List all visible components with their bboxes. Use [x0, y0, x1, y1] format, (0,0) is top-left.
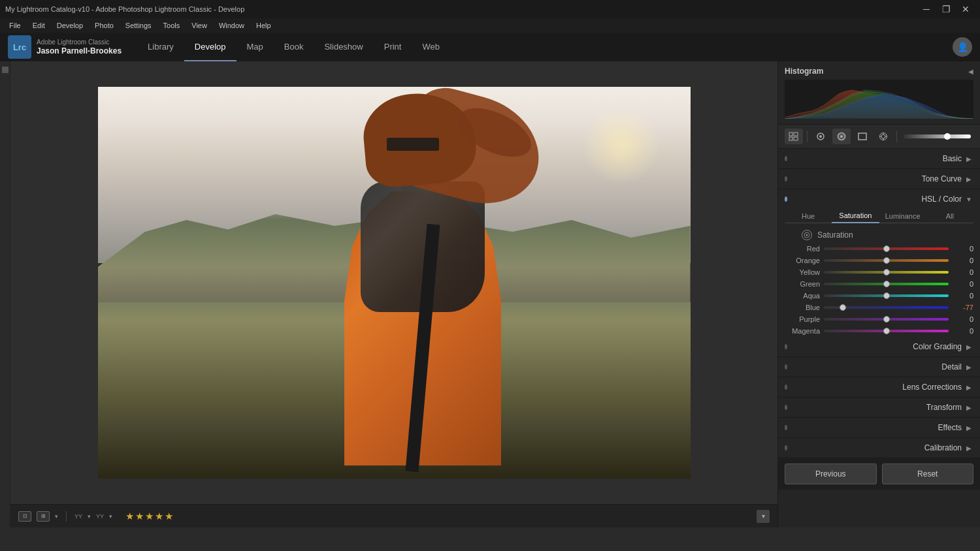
tool-rect-icon[interactable]	[853, 129, 872, 144]
basic-title: Basic	[796, 154, 962, 163]
slider-track-container-red[interactable]	[824, 245, 949, 253]
menu-item-help[interactable]: Help	[251, 20, 276, 31]
slider-track-green	[824, 283, 949, 285]
slider-thumb-aqua[interactable]	[883, 292, 890, 299]
hsl-tab-all[interactable]: All	[926, 210, 973, 223]
tool-grid-icon[interactable]	[785, 129, 803, 144]
slider-thumb-yellow[interactable]	[883, 269, 890, 276]
slider-thumb-magenta[interactable]	[883, 328, 890, 334]
slider-track-container-green[interactable]	[824, 280, 949, 288]
lens-corrections-header[interactable]: Lens Corrections ▶	[778, 377, 980, 397]
menu-item-settings[interactable]: Settings	[120, 20, 157, 31]
nav-link-develop[interactable]: Develop	[184, 33, 237, 61]
right-panel: Histogram ◀	[777, 61, 980, 527]
nav-link-book[interactable]: Book	[274, 33, 314, 61]
menu-item-develop[interactable]: Develop	[52, 20, 88, 31]
menu-item-photo[interactable]: Photo	[90, 20, 119, 31]
color-grading-title: Color Grading	[796, 342, 962, 351]
hsl-section: HSL / Color ▼ Hue Saturation Luminance A…	[778, 189, 980, 337]
lens-corrections-title: Lens Corrections	[796, 383, 962, 392]
lrc-text: Adobe Lightroom Classic Jason Parnell-Br…	[37, 39, 122, 55]
detail-section-header[interactable]: Detail ▶	[778, 357, 980, 377]
exposure-thumb[interactable]	[944, 133, 951, 140]
hsl-tab-saturation[interactable]: Saturation	[832, 209, 879, 223]
slider-thumb-red[interactable]	[883, 245, 890, 252]
detail-title: Detail	[796, 362, 962, 371]
nav-link-print[interactable]: Print	[374, 33, 412, 61]
svg-point-5	[819, 135, 822, 138]
menu-item-window[interactable]: Window	[214, 20, 250, 31]
calibration-section-header[interactable]: Calibration ▶	[778, 438, 980, 458]
detail-arrow: ▶	[964, 362, 973, 371]
view-icon-compare[interactable]: ⊞	[37, 511, 50, 522]
exposure-slider[interactable]	[904, 134, 971, 138]
slider-track-container-aqua[interactable]	[824, 292, 949, 300]
color-name-orange: Orange	[785, 257, 820, 264]
reset-button[interactable]: Reset	[882, 464, 974, 484]
slider-track-container-yellow[interactable]	[824, 268, 949, 276]
slider-track-container-orange[interactable]	[824, 257, 949, 264]
previous-button[interactable]: Previous	[785, 464, 877, 484]
color-slider-row-red: Red0	[778, 243, 980, 255]
nav-link-web[interactable]: Web	[412, 33, 450, 61]
slider-track-container-purple[interactable]	[824, 315, 949, 323]
nav-avatar[interactable]: 👤	[953, 37, 972, 57]
nav-link-map[interactable]: Map	[237, 33, 274, 61]
color-slider-row-green: Green0	[778, 278, 980, 290]
left-panel	[0, 61, 10, 527]
yy-dropdown2[interactable]: ▾	[109, 513, 112, 520]
slider-thumb-blue[interactable]	[840, 304, 846, 311]
nav-link-slideshow[interactable]: Slideshow	[314, 33, 373, 61]
star-1[interactable]: ★	[125, 511, 134, 522]
menu-item-view[interactable]: View	[186, 20, 212, 31]
view-icon-single[interactable]: ⊡	[18, 511, 31, 522]
saturation-target-icon[interactable]	[802, 230, 812, 240]
calibration-title: Calibration	[796, 443, 962, 452]
tone-curve-section-header[interactable]: Tone Curve ▶	[778, 169, 980, 189]
menu-item-file[interactable]: File	[4, 20, 26, 31]
slider-thumb-orange[interactable]	[883, 257, 890, 264]
slider-thumb-purple[interactable]	[883, 316, 890, 323]
lens-corrections-section: Lens Corrections ▶	[778, 377, 980, 398]
svg-point-16	[806, 234, 808, 236]
menu-item-tools[interactable]: Tools	[158, 20, 186, 31]
slider-track-container-blue[interactable]	[824, 304, 949, 311]
tone-curve-title: Tone Curve	[796, 174, 962, 183]
left-panel-toggle[interactable]	[2, 67, 8, 73]
basic-toggle	[785, 155, 791, 162]
transform-dot	[785, 405, 787, 410]
nav-link-library[interactable]: Library	[137, 33, 184, 61]
tool-target-icon[interactable]	[874, 129, 892, 144]
star-2[interactable]: ★	[135, 511, 144, 522]
basic-section-header[interactable]: Basic ▶	[778, 149, 980, 168]
color-grading-toggle	[785, 343, 791, 350]
color-slider-row-aqua: Aqua0	[778, 290, 980, 302]
restore-button[interactable]: ❐	[937, 3, 955, 16]
slider-value-yellow: 0	[953, 268, 973, 276]
star-3[interactable]: ★	[145, 511, 154, 522]
effects-section-header[interactable]: Effects ▶	[778, 418, 980, 437]
minimize-button[interactable]: ─	[917, 3, 936, 16]
color-grading-section-header[interactable]: Color Grading ▶	[778, 337, 980, 356]
tool-crop-icon[interactable]	[832, 129, 851, 144]
slider-track-container-magenta[interactable]	[824, 327, 949, 335]
hsl-tab-luminance[interactable]: Luminance	[879, 210, 926, 223]
slider-thumb-green[interactable]	[883, 281, 890, 287]
svg-point-7	[840, 135, 843, 138]
svg-rect-2	[794, 133, 798, 136]
star-5[interactable]: ★	[165, 511, 173, 522]
histogram-collapse[interactable]: ◀	[968, 68, 973, 75]
yy-dropdown[interactable]: ▾	[88, 513, 91, 520]
close-button[interactable]: ✕	[956, 3, 975, 16]
yy-label[interactable]: YY	[74, 513, 82, 520]
menu-item-edit[interactable]: Edit	[27, 20, 50, 31]
transform-section-header[interactable]: Transform ▶	[778, 398, 980, 417]
yy-label2[interactable]: YY	[96, 513, 104, 520]
svg-rect-3	[794, 137, 798, 140]
tool-circle-icon[interactable]	[811, 129, 830, 144]
hsl-section-header[interactable]: HSL / Color ▼	[778, 189, 980, 209]
hsl-tab-hue[interactable]: Hue	[785, 210, 832, 223]
star-4[interactable]: ★	[155, 511, 163, 522]
view-dropdown[interactable]: ▾	[55, 513, 58, 520]
filmstrip-toggle[interactable]: ▾	[757, 510, 770, 523]
